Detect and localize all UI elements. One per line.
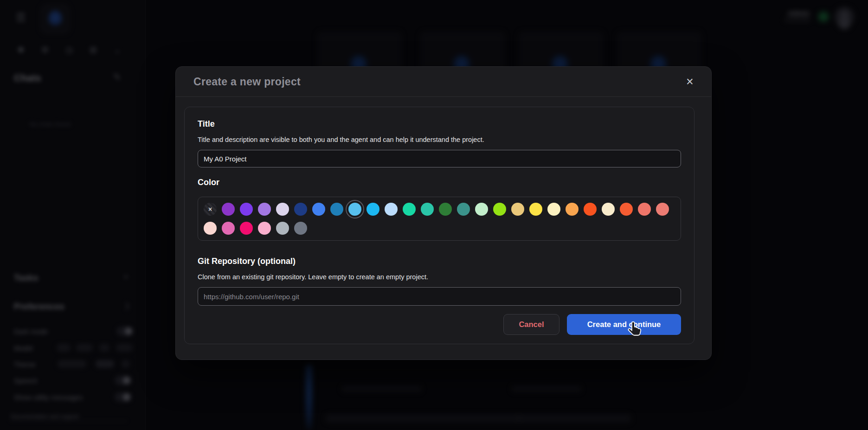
- color-blue[interactable]: [312, 203, 325, 216]
- project-form: Title Title and description are visible …: [184, 107, 694, 344]
- color-none[interactable]: ×: [204, 203, 217, 216]
- create-project-modal: Create a new project × Title Title and d…: [175, 66, 712, 360]
- color-coral[interactable]: [656, 203, 669, 216]
- color-hot-pink[interactable]: [240, 222, 253, 235]
- color-teal[interactable]: [421, 203, 434, 216]
- color-orange[interactable]: [566, 203, 579, 216]
- color-emerald[interactable]: [403, 203, 416, 216]
- color-yellow[interactable]: [529, 203, 542, 216]
- color-gray[interactable]: [276, 222, 289, 235]
- color-red-orange[interactable]: [584, 203, 597, 216]
- color-steel-blue[interactable]: [330, 203, 343, 216]
- color-slate[interactable]: [294, 222, 307, 235]
- color-light-purple[interactable]: [258, 203, 271, 216]
- title-label: Title: [198, 119, 681, 129]
- color-sea-green[interactable]: [457, 203, 470, 216]
- modal-actions: Cancel Create and continue: [198, 314, 681, 335]
- color-sky-blue[interactable]: [348, 203, 361, 216]
- color-cream[interactable]: [602, 203, 615, 216]
- color-pale-pink[interactable]: [204, 222, 217, 235]
- modal-header: Create a new project ×: [176, 67, 711, 97]
- app-root: ☰ ✚ ⚙ ◷ ⊞ ⌄ Chats ✎ No chats found Tasks…: [0, 0, 868, 430]
- color-mint[interactable]: [475, 203, 488, 216]
- color-label: Color: [198, 178, 681, 187]
- color-light-pink[interactable]: [258, 222, 271, 235]
- git-repo-input[interactable]: [198, 287, 681, 306]
- color-cyan[interactable]: [366, 203, 379, 216]
- git-repo-label: Git Repository (optional): [198, 257, 681, 266]
- title-help-text: Title and description are visible to bot…: [198, 136, 681, 143]
- color-light-blue[interactable]: [385, 203, 398, 216]
- cancel-button[interactable]: Cancel: [503, 314, 559, 335]
- color-pink[interactable]: [222, 222, 235, 235]
- color-salmon[interactable]: [638, 203, 651, 216]
- project-title-input[interactable]: [198, 150, 681, 167]
- create-and-continue-button[interactable]: Create and continue: [567, 314, 681, 335]
- color-pale-yellow[interactable]: [547, 203, 560, 216]
- color-navy[interactable]: [294, 203, 307, 216]
- color-lime[interactable]: [493, 203, 506, 216]
- modal-title: Create a new project: [193, 76, 301, 88]
- color-dark-green[interactable]: [439, 203, 452, 216]
- color-violet[interactable]: [240, 203, 253, 216]
- color-tan[interactable]: [511, 203, 524, 216]
- close-icon[interactable]: ×: [682, 73, 698, 90]
- color-purple[interactable]: [222, 203, 235, 216]
- color-lavender[interactable]: [276, 203, 289, 216]
- git-help-text: Clone from an existing git repository. L…: [198, 273, 681, 281]
- color-swatch-grid: ×: [198, 197, 681, 241]
- color-vermilion[interactable]: [620, 203, 633, 216]
